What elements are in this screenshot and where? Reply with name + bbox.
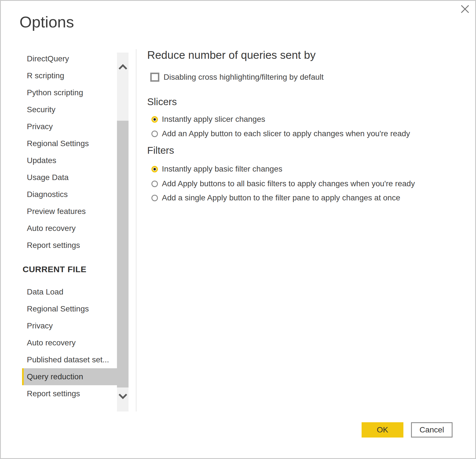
ok-button[interactable]: OK — [362, 422, 403, 438]
sidebar-item-label: Privacy — [27, 122, 53, 131]
sidebar-item-cf-privacy[interactable]: Privacy — [22, 317, 117, 334]
sidebar-item-label: Updates — [27, 156, 56, 165]
sidebar-item-label: Preview features — [27, 207, 86, 216]
sidebar-item-security[interactable]: Security — [22, 101, 117, 118]
sidebar-item-data-load[interactable]: Data Load — [22, 283, 117, 300]
sidebar-scrollbar[interactable] — [117, 53, 129, 412]
radio-unselected-icon[interactable] — [151, 181, 158, 187]
sidebar-item-label: Security — [27, 105, 55, 114]
sidebar-item-label: Report settings — [27, 389, 80, 398]
current-file-list: Data Load Regional Settings Privacy Auto… — [22, 283, 117, 402]
sidebar-item-label: Query reduction — [27, 372, 83, 381]
cancel-button[interactable]: Cancel — [411, 422, 453, 438]
radio-selected-icon[interactable] — [151, 116, 158, 123]
cross-highlight-checkbox[interactable] — [150, 73, 159, 82]
sidebar-content-divider — [136, 49, 136, 412]
radio-label: Add an Apply button to each slicer to ap… — [162, 129, 410, 138]
sidebar-item-regional-settings[interactable]: Regional Settings — [22, 135, 117, 152]
sidebar-item-python-scripting[interactable]: Python scripting — [22, 84, 117, 101]
sidebar-item-updates[interactable]: Updates — [22, 152, 117, 169]
sidebar-item-label: DirectQuery — [27, 54, 69, 63]
checkbox-label: Disabling cross highlighting/filtering b… — [164, 73, 324, 82]
radio-label: Add a single Apply button to the filter … — [162, 193, 400, 202]
sidebar-item-published-dataset-settings[interactable]: Published dataset set... — [22, 351, 117, 368]
sidebar-item-diagnostics[interactable]: Diagnostics — [22, 186, 117, 203]
sidebar-item-usage-data[interactable]: Usage Data — [22, 169, 117, 186]
sidebar-item-label: Data Load — [27, 287, 63, 296]
sidebar-item-query-reduction[interactable]: Query reduction — [22, 368, 117, 385]
sidebar-item-report-settings[interactable]: Report settings — [22, 237, 117, 254]
radio-label: Add Apply buttons to all basic filters t… — [162, 179, 415, 188]
scroll-up-button[interactable] — [117, 62, 129, 73]
sidebar-item-cf-report-settings[interactable]: Report settings — [22, 385, 117, 402]
sidebar-item-directquery[interactable]: DirectQuery — [22, 50, 117, 67]
sidebar-item-preview-features[interactable]: Preview features — [22, 203, 117, 220]
sidebar-item-label: Auto recovery — [27, 224, 76, 233]
cross-highlight-checkbox-row[interactable]: Disabling cross highlighting/filtering b… — [150, 72, 324, 82]
radio-unselected-icon[interactable] — [151, 131, 158, 137]
radio-label: Instantly apply slicer changes — [162, 115, 265, 124]
chevron-up-icon — [118, 64, 127, 71]
page-title: Options — [19, 13, 74, 31]
radio-instant-filter[interactable]: Instantly apply basic filter changes — [151, 164, 282, 174]
sidebar-item-cf-auto-recovery[interactable]: Auto recovery — [22, 334, 117, 351]
scrollbar-thumb[interactable] — [117, 121, 129, 387]
sidebar-item-r-scripting[interactable]: R scripting — [22, 67, 117, 84]
sidebar-item-label: Regional Settings — [27, 304, 89, 313]
radio-slicer-apply-button[interactable]: Add an Apply button to each slicer to ap… — [151, 129, 410, 139]
section-heading-slicers: Slicers — [147, 96, 177, 107]
sidebar-item-label: R scripting — [27, 71, 64, 80]
scroll-down-button[interactable] — [117, 391, 129, 402]
options-dialog: Options DirectQuery R scripting Python s… — [0, 0, 476, 459]
sidebar-item-privacy[interactable]: Privacy — [22, 118, 117, 135]
section-heading-reduce-queries: Reduce number of queries sent by — [147, 49, 316, 61]
radio-filter-single-apply[interactable]: Add a single Apply button to the filter … — [151, 193, 400, 203]
sidebar-section-current-file: CURRENT FILE — [22, 259, 117, 279]
chevron-down-icon — [118, 393, 127, 400]
sidebar-item-label: Published dataset set... — [27, 355, 109, 364]
radio-label: Instantly apply basic filter changes — [162, 164, 282, 174]
radio-unselected-icon[interactable] — [151, 195, 158, 201]
sidebar-item-auto-recovery[interactable]: Auto recovery — [22, 220, 117, 237]
sidebar-item-label: Usage Data — [27, 173, 69, 182]
sidebar-item-cf-regional-settings[interactable]: Regional Settings — [22, 300, 117, 317]
close-button[interactable] — [458, 3, 471, 16]
close-icon — [460, 5, 470, 15]
sidebar-item-label: Report settings — [27, 241, 80, 250]
sidebar-item-label: Diagnostics — [27, 190, 68, 199]
section-heading-filters: Filters — [147, 145, 174, 156]
radio-selected-icon[interactable] — [151, 166, 158, 172]
radio-instant-slicer[interactable]: Instantly apply slicer changes — [151, 114, 265, 124]
radio-filter-apply-buttons[interactable]: Add Apply buttons to all basic filters t… — [151, 179, 415, 189]
sidebar-item-label: Python scripting — [27, 88, 83, 97]
sidebar-item-label: Privacy — [27, 321, 53, 330]
sidebar-item-label: Auto recovery — [27, 338, 76, 347]
sidebar: DirectQuery R scripting Python scripting… — [22, 50, 117, 402]
sidebar-item-label: Regional Settings — [27, 139, 89, 148]
